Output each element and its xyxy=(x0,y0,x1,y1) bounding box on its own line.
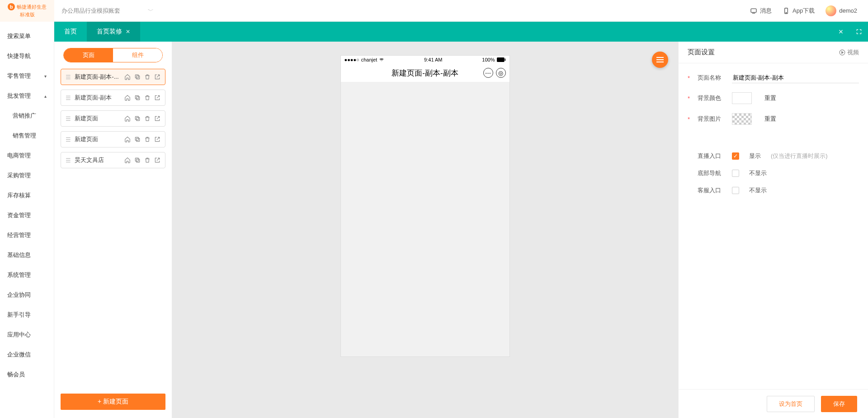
share-icon[interactable] xyxy=(154,115,160,122)
bg-image-swatch[interactable] xyxy=(732,113,752,125)
messages-button[interactable]: 消息 xyxy=(750,7,772,15)
video-link[interactable]: 视频 xyxy=(839,48,859,57)
page-item-actions xyxy=(124,136,160,142)
field-kefu-entry: * 客服入口 不显示 xyxy=(688,186,859,195)
delete-icon[interactable] xyxy=(144,157,151,163)
home-icon[interactable] xyxy=(124,95,131,101)
settings-title: 页面设置 xyxy=(688,48,715,57)
nav-item-零售管理[interactable]: 零售管理▾ xyxy=(0,66,54,86)
share-icon[interactable] xyxy=(154,74,160,80)
share-icon[interactable] xyxy=(154,157,160,163)
copy-icon[interactable] xyxy=(134,136,141,142)
nav-item-企业微信[interactable]: 企业微信 xyxy=(0,345,54,365)
page-item[interactable]: ☰昊天文具店 xyxy=(61,152,165,168)
nav-item-批发管理[interactable]: 批发管理▴ xyxy=(0,86,54,106)
page-item[interactable]: ☰新建页面 xyxy=(61,110,165,127)
page-item[interactable]: ☰新建页面-副本 xyxy=(61,90,165,106)
bottom-nav-checkbox[interactable] xyxy=(732,170,739,177)
svg-rect-10 xyxy=(135,137,138,140)
page-name-input[interactable] xyxy=(732,72,859,83)
user-menu[interactable]: demo2 xyxy=(826,5,857,16)
bg-color-reset[interactable]: 重置 xyxy=(764,94,776,102)
copy-icon[interactable] xyxy=(134,157,141,163)
drag-handle-icon[interactable]: ☰ xyxy=(66,157,71,164)
nav-item-库存核算[interactable]: 库存核算 xyxy=(0,185,54,205)
copy-icon[interactable] xyxy=(134,115,141,122)
delete-icon[interactable] xyxy=(144,115,151,122)
nav-item-新手引导[interactable]: 新手引导 xyxy=(0,305,54,325)
nav-item-营销推广[interactable]: 营销推广 xyxy=(0,106,54,126)
nav-item-label: 零售管理 xyxy=(7,72,31,80)
nav-item-企业协同[interactable]: 企业协同 xyxy=(0,285,54,305)
page-item-actions xyxy=(124,115,160,122)
nav-item-采购管理[interactable]: 采购管理 xyxy=(0,166,54,185)
close-all-tabs-button[interactable] xyxy=(832,22,850,42)
copy-icon[interactable] xyxy=(134,95,141,101)
home-icon[interactable] xyxy=(124,74,131,80)
close-icon[interactable]: ✕ xyxy=(126,28,130,35)
miniprogram-menu-icon: ⋯ xyxy=(483,68,493,78)
kefu-label: 客服入口 xyxy=(698,186,725,195)
live-entry-label: 直播入口 xyxy=(698,152,725,160)
nav-item-label: 畅会员 xyxy=(7,370,25,379)
battery-label: 100% xyxy=(482,57,495,62)
app-download-button[interactable]: App下载 xyxy=(783,7,815,15)
svg-rect-0 xyxy=(751,9,756,12)
nav-item-畅会员[interactable]: 畅会员 xyxy=(0,365,54,385)
drag-handle-icon[interactable]: ☰ xyxy=(66,115,71,122)
nav-item-label: 搜索菜单 xyxy=(7,32,31,40)
delete-icon[interactable] xyxy=(144,74,151,80)
seg-components[interactable]: 组件 xyxy=(113,48,162,62)
account-selector-label: 办公用品行业模拟账套 xyxy=(61,7,120,15)
nav-item-销售管理[interactable]: 销售管理 xyxy=(0,126,54,146)
page-item[interactable]: ☰新建页面-副本-... xyxy=(61,69,165,85)
nav-item-经营管理[interactable]: 经营管理 xyxy=(0,225,54,245)
drag-handle-icon[interactable]: ☰ xyxy=(66,136,71,143)
live-entry-checkbox[interactable]: ✓ xyxy=(732,152,739,160)
chevron-up-icon: ▴ xyxy=(44,94,47,99)
tab-首页装修[interactable]: 首页装修✕ xyxy=(87,22,140,42)
bg-color-swatch[interactable] xyxy=(732,92,752,104)
fullscreen-button[interactable] xyxy=(850,22,868,42)
home-icon[interactable] xyxy=(124,136,131,142)
delete-icon[interactable] xyxy=(144,95,151,101)
nav-item-搜索菜单[interactable]: 搜索菜单 xyxy=(0,26,54,46)
nav-item-系统管理[interactable]: 系统管理 xyxy=(0,265,54,285)
tab-首页[interactable]: 首页 xyxy=(54,22,87,42)
drag-handle-icon[interactable]: ☰ xyxy=(66,95,71,101)
wifi-icon xyxy=(379,57,384,62)
page-item[interactable]: ☰新建页面 xyxy=(61,131,165,147)
field-bg-image: * 背景图片 重置 xyxy=(688,113,859,125)
nav-item-电商管理[interactable]: 电商管理 xyxy=(0,146,54,166)
page-name-label: 页面名称 xyxy=(698,74,725,82)
delete-icon[interactable] xyxy=(144,136,151,142)
nav-item-资金管理[interactable]: 资金管理 xyxy=(0,205,54,225)
nav-item-应用中心[interactable]: 应用中心 xyxy=(0,325,54,345)
account-selector[interactable]: 办公用品行业模拟账套 ﹀ xyxy=(54,7,163,15)
bg-image-reset[interactable]: 重置 xyxy=(764,115,776,123)
home-icon[interactable] xyxy=(124,157,131,163)
nav-item-label: 批发管理 xyxy=(7,92,31,100)
nav-item-快捷导航[interactable]: 快捷导航 xyxy=(0,46,54,66)
canvas-pane: ●●●●○ chanjet 9:41 AM 100% xyxy=(172,42,678,418)
save-button[interactable]: 保存 xyxy=(821,396,857,412)
copy-icon[interactable] xyxy=(134,74,141,80)
carrier-label: chanjet xyxy=(361,57,377,62)
drag-handle-icon[interactable]: ☰ xyxy=(66,74,71,81)
nav-item-label: 销售管理 xyxy=(13,132,36,140)
signal-icon: ●●●●○ xyxy=(344,57,359,62)
seg-pages[interactable]: 页面 xyxy=(64,48,113,62)
home-icon[interactable] xyxy=(124,115,131,122)
floating-menu-button[interactable] xyxy=(652,52,668,68)
share-icon[interactable] xyxy=(154,136,160,142)
nav-item-基础信息[interactable]: 基础信息 xyxy=(0,245,54,265)
set-home-button[interactable]: 设为首页 xyxy=(767,396,815,412)
kefu-checkbox[interactable] xyxy=(732,187,739,194)
brand-logo[interactable]: b 畅捷通好生意 标准版 xyxy=(0,0,54,22)
bottom-nav-label: 底部导航 xyxy=(698,169,725,177)
nav-item-label: 应用中心 xyxy=(7,331,31,339)
field-bg-color: * 背景颜色 重置 xyxy=(688,92,859,104)
pages-segmented-control: 页面 组件 xyxy=(63,48,163,62)
share-icon[interactable] xyxy=(154,95,160,101)
new-page-button[interactable]: + 新建页面 xyxy=(61,394,165,410)
